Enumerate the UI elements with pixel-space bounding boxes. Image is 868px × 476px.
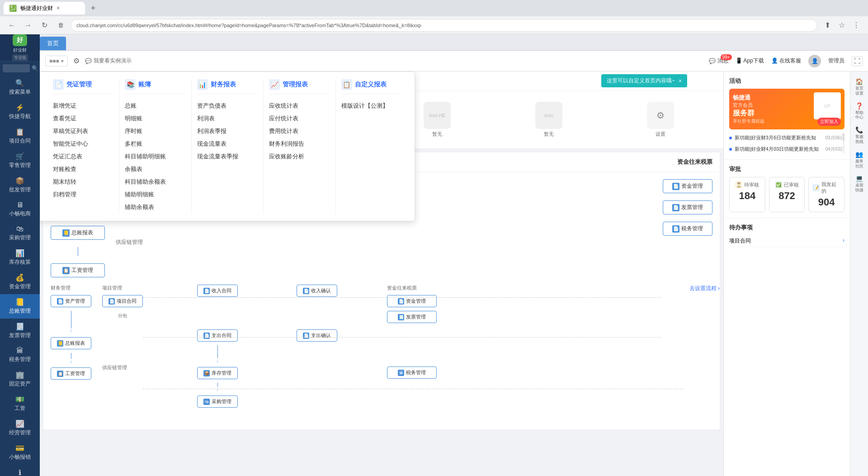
purchase-mgmt-node[interactable]: 🛍 采购管理 [197,395,238,408]
ledger-item-chronological[interactable]: 序时账 [125,125,185,138]
voucher-item-summary[interactable]: 凭证汇总表 [53,150,113,163]
income-confirm-node[interactable]: 📄 收入确认 [297,285,337,297]
icon-cell-4[interactable]: Icon 暂无 [493,98,605,141]
sidebar-search-input[interactable] [3,64,30,72]
settings-icon[interactable]: ⚙ [40,65,46,72]
news-item-1[interactable]: 新功能|好业财3月6日功能更新抢先知 03月06日 [729,133,844,143]
company-selector[interactable]: ■■■ ▾ [45,56,68,67]
customize-close-icon[interactable]: × [679,78,682,84]
inventory-mgmt-node[interactable]: 📦 库存管理 [197,367,238,379]
financial-item-balance-sheet[interactable]: 资产负债表 [197,100,258,112]
management-item-expense[interactable]: 费用统计表 [269,125,330,138]
sidebar-item-inventory[interactable]: 📊 库存核算 [0,245,40,270]
custom-item-template[interactable]: 模版设计【公测】 [341,100,402,112]
star-button[interactable]: ☆ [835,19,848,32]
sidebar-item-accounting[interactable]: 📒 总账管理 [0,294,40,319]
voucher-item-archive[interactable]: 归档管理 [53,188,113,201]
invoice-mgmt-flow-node[interactable]: 🧾 发票管理 [387,311,437,323]
total-ledger-node[interactable]: 📒 总账报表 [51,337,91,349]
news-item-2[interactable]: 新功能|好业财4月03日功能更新抢先知 04月03日 [729,144,844,154]
quick-action-help[interactable]: ❓ 帮助中心 [851,100,868,123]
approval-card-my-submit[interactable]: 📝 我发起的 904 [808,177,844,212]
browser-tab[interactable]: 💹 畅捷通好业财 × [4,2,85,14]
sidebar-item-retail[interactable]: 🛒 零售管理 [0,148,40,173]
tab-close-icon[interactable]: × [57,5,60,11]
ledger-item-multi[interactable]: 多栏账 [125,138,185,150]
management-item-profit[interactable]: 财务利润报告 [269,138,330,150]
avatar[interactable]: 👤 [808,55,821,67]
ledger-item-aux-detail[interactable]: 辅助明细账 [125,188,185,201]
sidebar-item-invoice[interactable]: 🧾 发票管理 [0,319,40,343]
new-tab-button[interactable]: + [87,2,99,14]
todo-item-project[interactable]: 项目合同 › [729,235,844,247]
icon-cell-settings[interactable]: ⚙ 设置 [604,98,716,141]
asset-mgmt-node[interactable]: 📄 资产管理 [51,295,91,307]
sidebar-item-salary[interactable]: 💵 工资 [0,391,40,416]
management-item-aging[interactable]: 应收账龄分析 [269,150,330,163]
flow-node-general-ledger[interactable]: 📒 总账报表 [51,226,105,240]
quick-action-desktop[interactable]: 💻 桌面快捷 [851,172,868,195]
financial-item-cashflow[interactable]: 现金流量表 [197,138,258,150]
quick-action-community[interactable]: 👥 服务社区 [851,148,868,171]
dropdown-menu[interactable]: 📄 凭证管理 新增凭证 查看凭证 草稿凭证列表 智能凭证中心 凭证汇总表 对账检… [40,71,415,221]
demo-link[interactable]: 💬 我要看实例演示 [85,57,132,65]
voucher-item-period-end[interactable]: 期末结转 [53,176,113,188]
sidebar-item-marketing[interactable]: 💳 小畅报销 [0,440,40,465]
sidebar-item-shortcuts[interactable]: ⚡ 快捷导航 [0,100,40,124]
voucher-item-view[interactable]: 查看凭证 [53,112,113,125]
ledger-item-balance[interactable]: 余额表 [125,163,185,176]
sidebar-item-purchase[interactable]: 🛍 采购管理 [0,221,40,245]
sidebar-item-fund[interactable]: 💰 资金管理 [0,270,40,294]
sidebar-item-tax[interactable]: 🏛 税务管理 [0,343,40,367]
expense-confirm-node[interactable]: 📄 支出确认 [297,329,337,342]
top-settings-icon[interactable]: ⚙ [73,57,80,65]
address-bar[interactable]: cloud.chanjet.com/cc/u6d89qwnryel/57bfsk… [71,19,817,32]
financial-item-cashflow-quarterly[interactable]: 现金流量表季报 [197,150,258,163]
message-button[interactable]: 💬 消息 99+ [709,57,728,65]
sidebar-item-basic-info[interactable]: ℹ 基础信息 [0,465,40,476]
app-download-button[interactable]: 📱 App下载 [736,57,764,65]
setup-flow-link[interactable]: 去设置流程 › [689,285,720,292]
sidebar-item-fixed-assets[interactable]: 🏢 固定资产 [0,367,40,391]
voucher-item-reconcile[interactable]: 对账检查 [53,163,113,176]
ledger-item-subject-balance[interactable]: 科目辅助余额表 [125,176,185,188]
flow-node-tax-mgmt[interactable]: 📄 税务管理 [663,222,712,236]
tax-mgmt-flow-node[interactable]: 🏛 税务管理 [387,367,437,379]
management-item-payable[interactable]: 应付统计表 [269,112,330,125]
sidebar-item-operations[interactable]: 📈 经营管理 [0,416,40,440]
refresh-button[interactable]: ↻ [38,19,51,32]
salary-mgmt-node[interactable]: 📋 工资管理 [51,367,91,380]
proj-contract-node[interactable]: 📄 项目合同 [102,295,143,307]
ledger-item-general[interactable]: 总账 [125,100,185,112]
voucher-item-smart[interactable]: 智能凭证中心 [53,138,113,150]
forward-button[interactable]: → [22,19,34,32]
financial-item-income-quarterly[interactable]: 利润表季报 [197,125,258,138]
activity-banner[interactable]: 畅捷通 官方会员 服务群 享社群专属权益 QR 立即加入 [729,89,844,129]
sidebar-item-wholesale[interactable]: 📦 批发管理 [0,173,40,197]
financial-item-income[interactable]: 利润表 [197,112,258,125]
quick-action-home-settings[interactable]: 🏠 首页设置 [851,75,868,99]
voucher-item-draft[interactable]: 草稿凭证列表 [53,125,113,138]
flow-node-salary[interactable]: 📋 工资管理 [51,263,105,277]
expand-button[interactable]: ⛶ [852,56,863,66]
delete-button[interactable]: 🗑 [54,19,67,32]
ledger-item-detail[interactable]: 明细账 [125,112,185,125]
approval-card-pending[interactable]: ⏳ 待审核 184 [729,177,765,212]
voucher-item-add[interactable]: 新增凭证 [53,100,113,112]
management-item-receivable[interactable]: 应收统计表 [269,100,330,112]
sidebar-item-search-menu[interactable]: 🔍 搜索菜单 [0,75,40,100]
tab-home[interactable]: 首页 [40,37,66,50]
sidebar-item-ecommerce[interactable]: 🖥 小畅电商 [0,197,40,221]
cast-button[interactable]: ⬆ [821,19,834,32]
back-button[interactable]: ← [5,19,18,32]
ledger-item-subject-detail[interactable]: 科目辅助明细账 [125,150,185,163]
income-contract-node[interactable]: 📄 收入合同 [197,285,238,297]
customize-button[interactable]: 这里可以自定义首页内容哦~ × [601,74,687,87]
quick-action-customer-service[interactable]: 📞 客服热线 [851,124,868,147]
ledger-item-aux-balance[interactable]: 辅助余额表 [125,201,185,214]
expense-contract-node[interactable]: 📄 支出合同 [197,329,238,342]
flow-node-invoice-mgmt[interactable]: 📄 发票管理 [663,200,712,214]
online-service-button[interactable]: 👤 在线客服 [771,57,801,65]
more-button[interactable]: ⋮ [850,19,863,32]
sidebar-item-project[interactable]: 📋 项目合同 [0,124,40,148]
